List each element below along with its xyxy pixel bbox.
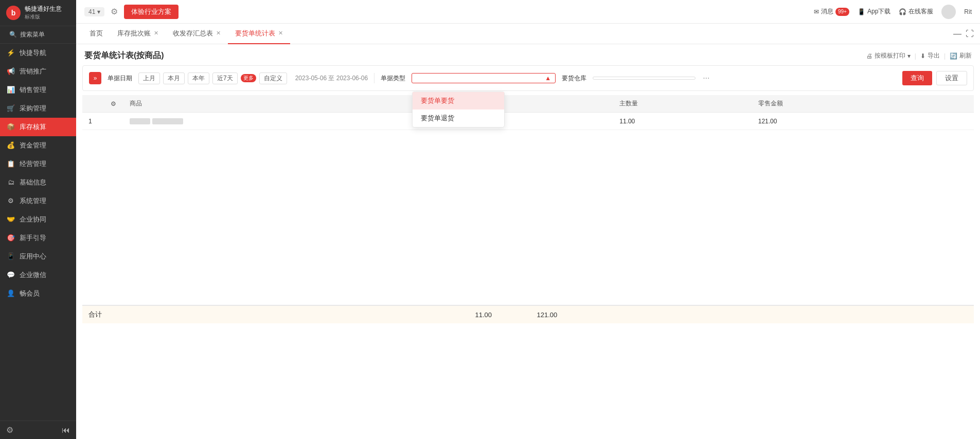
type-dropdown: 要货单要货 要货单退货	[412, 92, 505, 127]
page-title: 要货单统计表(按商品)	[84, 50, 164, 61]
export-label: 导出	[928, 51, 940, 60]
online-service-btn[interactable]: 🎧 在线客服	[899, 7, 933, 16]
cell-amount: 121.00	[752, 113, 918, 130]
tab-inventory-batch[interactable]: 库存批次账 ✕	[110, 24, 166, 44]
date-custom-btn[interactable]: 自定义	[259, 72, 287, 84]
user-avatar[interactable]	[941, 5, 956, 19]
tab-order-stats[interactable]: 要货单统计表 ✕	[228, 24, 290, 44]
sidebar-item-inventory[interactable]: 📦 库存核算	[0, 118, 76, 136]
refresh-btn[interactable]: 🔄 刷新	[950, 51, 972, 60]
sidebar-item-system[interactable]: ⚙ 系统管理	[0, 192, 76, 210]
version-chevron-icon: ▾	[97, 8, 100, 15]
filter-expand-btn[interactable]: »	[89, 72, 101, 84]
table-spacer	[76, 130, 980, 305]
sidebar: b 畅捷通好生意 标准版 🔍 搜索菜单 ⚡ 快捷导航 📢 营销推广 📊 销售管理…	[0, 0, 76, 439]
cell-extra	[918, 113, 974, 130]
footer-quantity: 11.00	[475, 311, 537, 319]
date-last-7-days-btn[interactable]: 近7天	[212, 72, 238, 84]
tab-home[interactable]: 首页	[82, 24, 110, 44]
trial-btn[interactable]: 体验行业方案	[124, 5, 179, 19]
col-settings-header[interactable]: ⚙	[103, 95, 123, 113]
col-index-header	[82, 95, 103, 113]
topbar-left: 41 ▾ ⚙ 体验行业方案	[84, 5, 814, 19]
sidebar-item-label: 系统管理	[20, 196, 46, 206]
sidebar-item-operations[interactable]: 📋 经营管理	[0, 155, 76, 173]
settings-btn[interactable]: 设置	[936, 71, 967, 85]
refresh-label: 刷新	[959, 51, 972, 60]
page-content: 要货单统计表(按商品) 🖨 按模板打印 ▾ | ⬇ 导出 | 🔄 刷新	[76, 44, 980, 439]
sidebar-item-marketing[interactable]: 📢 营销推广	[0, 62, 76, 81]
sidebar-item-sales[interactable]: 📊 销售管理	[0, 81, 76, 99]
expand-icon: »	[94, 75, 97, 82]
sidebar-item-enterprise[interactable]: 🤝 企业协同	[0, 210, 76, 229]
export-btn[interactable]: ⬇ 导出	[920, 51, 940, 60]
search-icon: 🔍	[9, 31, 17, 38]
data-table: ⚙ 商品 主计量单位 主数量 零售金额 1	[82, 95, 974, 130]
sidebar-item-quick-nav[interactable]: ⚡ 快捷导航	[0, 44, 76, 62]
collapse-icon[interactable]: ⏮	[62, 426, 70, 435]
topbar-settings-icon[interactable]: ⚙	[111, 7, 118, 16]
action-divider2: |	[944, 52, 946, 60]
app-name: 畅捷通好生意	[25, 5, 62, 13]
date-last-month-btn[interactable]: 上月	[138, 72, 160, 84]
sidebar-item-members[interactable]: 👤 畅会员	[0, 284, 76, 303]
sidebar-item-label: 采购管理	[20, 104, 46, 113]
page-actions: 🖨 按模板打印 ▾ | ⬇ 导出 | 🔄 刷新	[866, 51, 972, 60]
messages-badge: 99+	[835, 8, 849, 16]
finance-icon: 💰	[6, 141, 15, 150]
date-shortcuts: 上月 本月 本年 近7天 更多 自定义	[138, 72, 287, 84]
type-input-wrapper[interactable]: ▲	[412, 73, 556, 83]
sidebar-item-app-center[interactable]: 📱 应用中心	[0, 247, 76, 266]
tab-home-label: 首页	[90, 29, 103, 38]
tab-inventory-batch-close[interactable]: ✕	[154, 30, 158, 36]
sidebar-item-finance[interactable]: 💰 资金管理	[0, 136, 76, 155]
user-name: Rit	[964, 8, 972, 15]
print-btn[interactable]: 🖨 按模板打印 ▾	[866, 51, 911, 60]
tab-maximize-btn[interactable]: ⛶	[966, 29, 974, 39]
sidebar-search[interactable]: 🔍 搜索菜单	[0, 26, 76, 44]
sidebar-item-label: 快捷导航	[20, 48, 46, 58]
cell-quantity: 11.00	[613, 113, 752, 130]
warehouse-input[interactable]	[593, 77, 696, 80]
dropdown-item-label: 要货单退货	[421, 114, 454, 122]
tab-collection-summary-close[interactable]: ✕	[216, 30, 221, 36]
dropdown-item-order-goods[interactable]: 要货单要货	[413, 92, 504, 109]
action-divider: |	[915, 52, 916, 60]
footer-label: 合计	[88, 310, 102, 319]
type-input[interactable]	[416, 75, 543, 82]
query-btn[interactable]: 查询	[902, 71, 932, 85]
tab-collection-summary[interactable]: 收发存汇总表 ✕	[166, 24, 228, 44]
tab-collection-summary-label: 收发存汇总表	[173, 29, 213, 38]
tabbar-actions: — ⛶	[953, 29, 974, 39]
sidebar-item-basic-info[interactable]: 🗂 基础信息	[0, 173, 76, 192]
date-this-year-btn[interactable]: 本年	[188, 72, 209, 84]
operations-icon: 📋	[6, 159, 15, 169]
app-download-btn[interactable]: 📱 App下载	[858, 7, 890, 16]
settings-icon[interactable]: ⚙	[6, 425, 13, 435]
tab-minimize-btn[interactable]: —	[953, 29, 961, 39]
date-more-badge[interactable]: 更多	[241, 74, 256, 82]
quick-nav-icon: ⚡	[6, 48, 15, 58]
type-chevron-icon[interactable]: ▲	[545, 75, 551, 82]
col-extra-header	[918, 95, 974, 113]
print-chevron-icon: ▾	[907, 52, 911, 60]
sidebar-item-label: 营销推广	[20, 67, 46, 76]
date-this-month-btn[interactable]: 本月	[163, 72, 185, 84]
data-table-container: ⚙ 商品 主计量单位 主数量 零售金额 1	[82, 95, 974, 130]
app-center-icon: 📱	[6, 252, 15, 261]
sidebar-item-wechat[interactable]: 💬 企业微信	[0, 266, 76, 284]
dropdown-item-order-return[interactable]: 要货单退货	[413, 109, 504, 127]
export-icon: ⬇	[920, 52, 925, 60]
tab-order-stats-close[interactable]: ✕	[278, 30, 283, 36]
sidebar-item-purchase[interactable]: 🛒 采购管理	[0, 99, 76, 118]
table-row: 1 块 11.00 121.00	[82, 113, 974, 130]
messages-btn[interactable]: ✉ 消息 99+	[814, 7, 849, 16]
sidebar-item-label: 应用中心	[20, 252, 46, 261]
filter-more-icon[interactable]: ···	[703, 74, 709, 83]
tab-order-stats-label: 要货单统计表	[235, 29, 275, 38]
table-settings-icon[interactable]: ⚙	[111, 100, 116, 107]
basic-info-icon: 🗂	[6, 178, 15, 187]
version-selector[interactable]: 41 ▾	[84, 7, 104, 16]
main-content: 41 ▾ ⚙ 体验行业方案 ✉ 消息 99+ 📱 App下载 🎧 在线客服 Ri…	[76, 0, 980, 439]
sidebar-item-beginner[interactable]: 🎯 新手引导	[0, 229, 76, 247]
